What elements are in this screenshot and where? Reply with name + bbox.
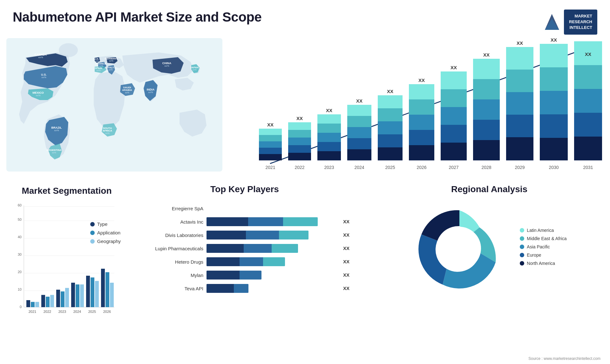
svg-rect-147 bbox=[409, 145, 434, 160]
svg-rect-211 bbox=[50, 295, 54, 307]
svg-text:2023: 2023 bbox=[58, 310, 66, 313]
svg-rect-126 bbox=[317, 151, 341, 160]
svg-text:XX: XX bbox=[418, 78, 425, 83]
type-dot bbox=[90, 222, 95, 226]
svg-rect-216 bbox=[76, 285, 79, 307]
svg-text:ARGENTINA: ARGENTINA bbox=[46, 149, 62, 152]
svg-text:XX: XX bbox=[451, 65, 457, 70]
svg-rect-131 bbox=[347, 127, 371, 138]
svg-rect-115 bbox=[288, 122, 311, 130]
svg-rect-145 bbox=[409, 115, 434, 130]
svg-rect-136 bbox=[378, 95, 403, 108]
svg-rect-122 bbox=[317, 114, 341, 124]
player-bar-3 bbox=[207, 231, 337, 239]
svg-text:xx%: xx% bbox=[94, 60, 98, 62]
svg-rect-166 bbox=[506, 92, 533, 115]
main-bar-chart: XX 2021 XX 2022 XX 2023 XX 2024 XX 2025 bbox=[229, 38, 604, 175]
svg-rect-219 bbox=[91, 278, 94, 307]
svg-rect-108 bbox=[259, 129, 282, 135]
player-val-4: XX bbox=[343, 244, 349, 253]
key-players-section: Top Key Players Erregierre SpA Actavis I… bbox=[133, 184, 356, 356]
svg-rect-209 bbox=[41, 295, 45, 307]
svg-text:40: 40 bbox=[18, 235, 22, 239]
svg-text:2025: 2025 bbox=[88, 310, 96, 313]
svg-text:2021: 2021 bbox=[29, 310, 36, 313]
player-bar-7 bbox=[207, 284, 337, 293]
svg-text:xx%: xx% bbox=[192, 69, 196, 71]
player-row-5: Hetero Drugs XX bbox=[140, 257, 349, 266]
svg-rect-150 bbox=[441, 71, 467, 89]
svg-rect-112 bbox=[259, 154, 282, 160]
player-name-2: Actavis Inc bbox=[140, 219, 203, 225]
asia-pacific-dot bbox=[520, 245, 524, 249]
svg-text:xx%: xx% bbox=[105, 132, 109, 134]
player-name-4: Lupin Pharmaceuticals bbox=[140, 246, 203, 251]
svg-rect-130 bbox=[347, 116, 371, 127]
svg-text:xx%: xx% bbox=[164, 64, 169, 67]
svg-rect-151 bbox=[441, 89, 467, 107]
svg-text:AFRICA: AFRICA bbox=[103, 129, 112, 132]
svg-text:XX: XX bbox=[356, 98, 363, 104]
player-bar-6 bbox=[207, 271, 337, 280]
svg-rect-124 bbox=[317, 133, 341, 142]
svg-text:2023: 2023 bbox=[324, 165, 334, 170]
player-row-3: Divis Laboratories XX bbox=[140, 231, 349, 239]
svg-rect-123 bbox=[317, 124, 341, 133]
svg-rect-220 bbox=[95, 281, 99, 307]
svg-text:2025: 2025 bbox=[385, 165, 395, 170]
svg-rect-144 bbox=[409, 99, 434, 115]
svg-rect-119 bbox=[288, 153, 311, 160]
player-val-5: XX bbox=[343, 257, 349, 266]
player-name-1: Erregierre SpA bbox=[140, 206, 203, 211]
legend-middle-east: Middle East & Africa bbox=[520, 236, 566, 241]
player-bar-4 bbox=[207, 244, 337, 253]
svg-rect-118 bbox=[288, 145, 311, 153]
svg-text:xx%: xx% bbox=[38, 56, 43, 59]
svg-rect-109 bbox=[259, 135, 282, 141]
svg-rect-111 bbox=[259, 148, 282, 154]
player-bar-2 bbox=[207, 217, 337, 226]
svg-text:xx%: xx% bbox=[148, 91, 153, 94]
svg-rect-161 bbox=[473, 140, 500, 160]
svg-rect-137 bbox=[378, 108, 403, 121]
svg-rect-139 bbox=[378, 134, 403, 147]
svg-rect-172 bbox=[540, 67, 568, 91]
svg-rect-125 bbox=[317, 142, 341, 151]
svg-point-3 bbox=[59, 43, 78, 57]
svg-text:2028: 2028 bbox=[481, 165, 491, 170]
svg-rect-143 bbox=[409, 84, 434, 99]
svg-text:2031: 2031 bbox=[583, 165, 593, 170]
svg-rect-222 bbox=[105, 272, 109, 307]
logo-text: MARKET RESEARCH INTELLECT bbox=[564, 10, 597, 35]
svg-rect-171 bbox=[540, 44, 568, 67]
legend-application: Application bbox=[90, 230, 121, 235]
svg-rect-154 bbox=[441, 143, 467, 160]
svg-rect-146 bbox=[409, 130, 434, 145]
svg-rect-133 bbox=[347, 149, 371, 160]
svg-text:XX: XX bbox=[267, 122, 274, 127]
svg-text:50: 50 bbox=[18, 218, 22, 221]
svg-text:xx%: xx% bbox=[52, 152, 56, 154]
svg-text:ARABIA: ARABIA bbox=[122, 89, 132, 91]
player-row-7: Teva API XX bbox=[140, 284, 349, 293]
svg-text:XX: XX bbox=[517, 40, 523, 46]
player-val-3: XX bbox=[343, 231, 349, 239]
player-bar-5 bbox=[207, 257, 337, 266]
svg-rect-218 bbox=[86, 276, 90, 307]
donut-chart bbox=[412, 201, 507, 296]
svg-text:2024: 2024 bbox=[354, 165, 364, 170]
header: Nabumetone API Market Size and Scope MAR… bbox=[13, 10, 597, 35]
svg-text:xx%: xx% bbox=[41, 76, 46, 79]
svg-rect-153 bbox=[441, 125, 467, 143]
svg-rect-110 bbox=[259, 141, 282, 148]
legend-geography: Geography bbox=[90, 239, 121, 244]
player-row-2: Actavis Inc XX bbox=[140, 217, 349, 226]
legend-europe: Europe bbox=[520, 253, 566, 258]
svg-rect-215 bbox=[71, 283, 75, 307]
regional-legend: Latin America Middle East & Africa Asia … bbox=[520, 228, 566, 269]
player-name-7: Teva API bbox=[140, 286, 203, 291]
svg-text:xx%: xx% bbox=[108, 69, 112, 71]
svg-rect-129 bbox=[347, 105, 371, 116]
svg-text:10: 10 bbox=[18, 287, 22, 291]
application-dot bbox=[90, 231, 95, 235]
